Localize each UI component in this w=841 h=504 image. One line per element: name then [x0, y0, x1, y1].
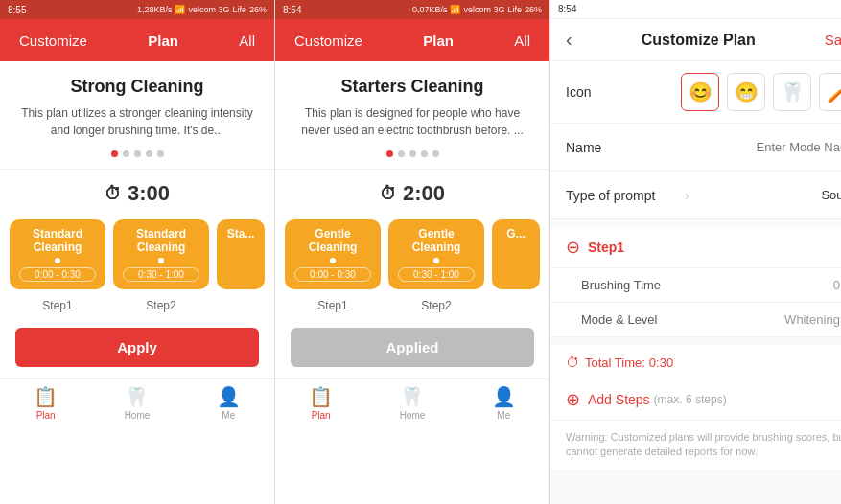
- panel-strong-cleaning: 8:55 1,28KB/s 📶 velcom 3G Life 26% Custo…: [0, 0, 275, 504]
- steps-area-2: Gentle Cleaning 0:00 - 0:30 Gentle Clean…: [275, 214, 549, 295]
- icon-box-2[interactable]: 😁: [727, 73, 765, 111]
- card-desc-1: This plan utilizes a stronger cleaning i…: [15, 104, 259, 139]
- card-desc-2: This plan is designed for people who hav…: [291, 104, 534, 139]
- me-label-2: Me: [497, 410, 510, 421]
- steps-area-1: Standard Cleaning 0:00 - 0:30 Standard C…: [0, 214, 274, 295]
- card-starters-cleaning: Starters Cleaning This plan is designed …: [275, 61, 549, 170]
- carrier-1: velcom 3G: [188, 5, 229, 14]
- add-steps-label: Add Steps: [588, 392, 650, 407]
- step-card-1-2[interactable]: Standard Cleaning 0:30 - 1:00: [113, 219, 209, 289]
- add-steps-icon: ⊕: [566, 389, 580, 410]
- icon-box-4[interactable]: 🪥: [819, 73, 841, 111]
- step-minus-icon[interactable]: ⊖: [566, 237, 580, 258]
- home-label-1: Home: [125, 410, 151, 421]
- dots-2: [291, 150, 534, 157]
- icon-row: 😊 😁 🦷 🪥: [681, 73, 841, 111]
- signal-icon-1: 📶: [175, 5, 185, 14]
- plan-label-1: Plan: [36, 410, 56, 421]
- prompt-form-row[interactable]: Type of prompt › Sound: [550, 172, 841, 219]
- nav-all-2[interactable]: All: [514, 33, 530, 49]
- step-card-title-1-2: Standard Cleaning: [123, 227, 199, 254]
- step-label-1-1: Step1: [10, 299, 105, 312]
- timer-row-1: ⏱ 3:00: [0, 170, 274, 214]
- step-card-2-2[interactable]: Gentle Cleaning 0:30 - 1:00: [388, 219, 484, 289]
- dot-1-5: [157, 150, 164, 157]
- nav-item-me-2[interactable]: 👤 Me: [458, 385, 549, 421]
- nav-item-me-1[interactable]: 👤 Me: [183, 385, 274, 421]
- plan-label-2: Plan: [312, 410, 331, 421]
- dot-1-1: [111, 150, 118, 157]
- form-section-icon: Icon 😊 😁 🦷 🪥 Name Type of prompt › Sound: [550, 61, 841, 219]
- total-time-value: 0:30: [649, 355, 673, 370]
- card-strong-cleaning: Strong Cleaning This plan utilizes a str…: [0, 61, 274, 170]
- me-label-1: Me: [222, 410, 235, 421]
- dot-2-3: [409, 150, 416, 157]
- timer-icon-2: ⏱: [380, 184, 397, 204]
- time-3: 8:54: [558, 4, 576, 14]
- name-form-row: Name: [550, 124, 841, 172]
- icon-box-3[interactable]: 🦷: [773, 73, 811, 111]
- step-card-title-1-1: Standard Cleaning: [19, 227, 96, 254]
- dots-1: [15, 150, 259, 157]
- nav-item-home-2[interactable]: 🦷 Home: [366, 385, 457, 421]
- nav-customize-1[interactable]: Customize: [19, 33, 87, 49]
- step-card-1-3[interactable]: Sta...: [217, 219, 265, 289]
- step-card-dot-2-1: [330, 258, 336, 263]
- total-time-row: ⏱ Total Time: 0:30: [550, 345, 841, 379]
- total-time-label: Total Time:: [585, 355, 645, 370]
- nav-plan-1[interactable]: Plan: [148, 33, 178, 49]
- status-icons-2: 0,07KB/s 📶 velcom 3G Life 26%: [412, 5, 542, 14]
- brushing-time-label: Brushing Time: [581, 278, 833, 292]
- step-card-time-1-2: 0:30 - 1:00: [123, 267, 199, 282]
- save-button[interactable]: Save: [825, 32, 841, 48]
- apply-button-1[interactable]: Apply: [15, 328, 259, 367]
- add-steps-row[interactable]: ⊕ Add Steps (max. 6 steps): [550, 379, 841, 421]
- icon-box-1[interactable]: 😊: [681, 73, 719, 111]
- data-speed-2: 0,07KB/s: [412, 5, 448, 14]
- panel-starters-cleaning: 8:54 0,07KB/s 📶 velcom 3G Life 26% Custo…: [275, 0, 550, 504]
- mode-level-value: Whitening L2: [784, 312, 841, 327]
- step-card-2-3[interactable]: G...: [492, 219, 540, 289]
- step-card-dot-2-2: [433, 258, 439, 263]
- nav-item-plan-2[interactable]: 📋 Plan: [275, 385, 366, 421]
- step-card-1-1[interactable]: Standard Cleaning 0:00 - 0:30: [10, 219, 105, 289]
- brushing-time-row[interactable]: Brushing Time 0:30: [550, 268, 841, 303]
- status-bar-1: 8:55 1,28KB/s 📶 velcom 3G Life 26%: [0, 0, 274, 19]
- timer-value-1: 3:00: [128, 181, 170, 206]
- card-title-2: Starters Cleaning: [291, 77, 534, 97]
- dot-1-4: [146, 150, 152, 157]
- mode-level-label: Mode & Level: [581, 312, 784, 327]
- battery-2: 26%: [525, 5, 542, 14]
- dot-2-2: [398, 150, 405, 157]
- nav-item-plan-1[interactable]: 📋 Plan: [0, 385, 91, 421]
- step-name-1: Step1: [588, 240, 624, 255]
- step-detail-1: ⊖ Step1 Brushing Time 0:30 Mode & Level …: [550, 227, 841, 337]
- timer-value-2: 2:00: [403, 181, 445, 206]
- nav-all-1[interactable]: All: [239, 33, 255, 49]
- time-1: 8:55: [8, 5, 26, 15]
- step-label-2-1: Step1: [285, 299, 381, 312]
- dot-1-2: [123, 150, 129, 157]
- name-label: Name: [566, 140, 681, 155]
- signal-icon-2: 📶: [450, 5, 460, 14]
- back-button[interactable]: ‹: [566, 29, 572, 51]
- icon-form-row: Icon 😊 😁 🦷 🪥: [550, 61, 841, 124]
- right-header: ‹ Customize Plan Save: [550, 19, 841, 61]
- step-card-time-2-2: 0:30 - 1:00: [398, 267, 475, 282]
- mode-level-row[interactable]: Mode & Level Whitening L2: [550, 303, 841, 337]
- step-card-2-1[interactable]: Gentle Cleaning 0:00 - 0:30: [285, 219, 381, 289]
- timer-row-2: ⏱ 2:00: [275, 170, 549, 214]
- name-input[interactable]: [681, 140, 841, 154]
- panel-customize-plan: 8:54 📶 🔋 ‹ Customize Plan Save Icon 😊 😁 …: [550, 0, 841, 504]
- bottom-nav-1: 📋 Plan 🦷 Home 👤 Me: [0, 378, 274, 426]
- nav-item-home-1[interactable]: 🦷 Home: [91, 385, 182, 421]
- time-2: 8:54: [283, 5, 301, 15]
- step-card-title-2-2: Gentle Cleaning: [398, 227, 475, 254]
- me-icon-2: 👤: [492, 385, 516, 408]
- nav-plan-2[interactable]: Plan: [423, 33, 454, 49]
- add-steps-limit: (max. 6 steps): [654, 393, 727, 406]
- step-card-title-2-3: G...: [502, 227, 530, 241]
- battery-1: 26%: [249, 5, 267, 14]
- nav-customize-2[interactable]: Customize: [294, 33, 362, 49]
- dot-1-3: [134, 150, 141, 157]
